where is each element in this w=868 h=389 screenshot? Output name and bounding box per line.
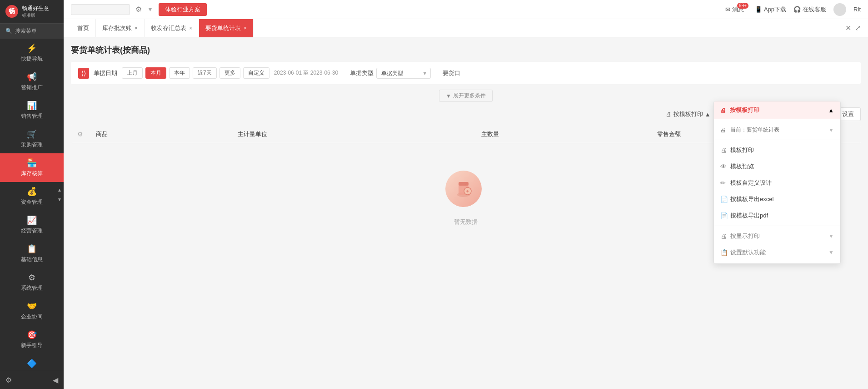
operation-label: 经营管理 [21, 227, 43, 235]
sidebar-item-collab[interactable]: 🤝 企业协同 [0, 297, 64, 325]
tab-batch-account[interactable]: 库存批次账 × [96, 19, 145, 37]
settings-gear-icon[interactable]: ⚙ [5, 376, 12, 384]
tab-batch-account-close[interactable]: × [135, 25, 138, 31]
print-dropdown: 🖨 按模板打印 ▲ 🖨 当前：要货单统计表 ▼ 🖨 模板打印 👁 [713, 101, 841, 264]
page-content: 要货单统计表(按商品) ⟩⟩ 单据日期 上月 本月 本年 近7天 更多 自定义 … [64, 37, 868, 389]
user-avatar[interactable] [833, 3, 846, 16]
sidebar-item-system[interactable]: ⚙ 系统管理 [0, 268, 64, 297]
marketing-icon: 📢 [27, 72, 37, 82]
date-custom-btn[interactable]: 自定义 [243, 67, 269, 79]
tab-expand-button[interactable]: ⤢ [855, 24, 861, 32]
tab-order-summary[interactable]: 要货单统计表 × [199, 19, 254, 37]
tab-batch-account-label: 库存批次账 [102, 24, 132, 32]
date-this-year-btn[interactable]: 本年 [169, 67, 190, 79]
logo-char: 畅 [9, 7, 15, 15]
system-icon: ⚙ [28, 273, 35, 283]
col-unit: 主计量单位 [231, 126, 475, 143]
tabs-actions: ✕ ⤢ [845, 24, 861, 32]
dropdown-item-template-print[interactable]: 🖨 模板打印 [714, 142, 840, 158]
sidebar-toggle-icon[interactable]: ◀ [53, 376, 58, 384]
basic-label: 基础信息 [21, 256, 43, 263]
topbar-search-input[interactable] [71, 4, 130, 15]
dropdown-section-display-print[interactable]: 🖨 按显示打印 ▼ [714, 228, 840, 244]
messages-button[interactable]: ✉ 消息 99+ [725, 5, 744, 14]
sidebar-search[interactable]: 🔍 搜索菜单 [0, 24, 64, 39]
online-service-button[interactable]: 🎧 在线客服 [793, 5, 826, 14]
order-type-label: 要货口 [443, 69, 460, 77]
sidebar-scroll: ▲ ▼ [55, 186, 64, 204]
sidebar-nav: ⚡ 快捷导航 📢 营销推广 📊 销售管理 🛒 采购管理 🏪 库存核算 💰 资金管… [0, 39, 64, 371]
print-dropdown-arrow-icon: ▲ [705, 111, 711, 118]
display-print-arrow-icon: ▼ [828, 233, 834, 239]
tab-close-all-button[interactable]: ✕ [845, 24, 851, 32]
tab-order-summary-label: 要货单统计表 [205, 24, 241, 32]
export-pdf-label: 按模板导出pdf [730, 212, 768, 220]
dropdown-item-export-pdf[interactable]: 📄 按模板导出pdf [714, 207, 840, 224]
tab-order-summary-close[interactable]: × [244, 25, 247, 31]
user-name: Rit [853, 6, 861, 13]
dropdown-collapse-icon[interactable]: ▲ [828, 107, 834, 114]
topbar-dropdown-icon[interactable]: ▼ [147, 6, 153, 13]
date-filter-label: 单据日期 [94, 69, 117, 77]
tab-receipt-summary-label: 收发存汇总表 [151, 24, 186, 32]
empty-state-text: 暂无数据 [454, 218, 478, 226]
quick-nav-label: 快捷导航 [21, 55, 43, 63]
expand-more-row: ▼ 展开更多条件 [71, 90, 861, 102]
sidebar-item-purchase[interactable]: 🛒 采购管理 [0, 125, 64, 153]
app-edition: 标准版 [22, 12, 49, 19]
topbar-left: ⚙ ▼ 体验行业方案 [71, 3, 207, 16]
system-label: 系统管理 [21, 284, 43, 292]
divider-1 [714, 140, 840, 140]
print-template-btn[interactable]: 🖨 按模板打印 ▲ [661, 108, 715, 120]
sidebar-item-newbie[interactable]: 🎯 新手引导 [0, 325, 64, 354]
date-more-btn[interactable]: 更多 [219, 67, 240, 79]
date-filter-group: 上月 本月 本年 近7天 更多 自定义 2023-06-01 至 2023-06… [122, 67, 338, 79]
sidebar-item-apps[interactable]: 🔷 应用中心 [0, 354, 64, 371]
empty-state-icon [445, 171, 486, 212]
headset-icon: 🎧 [793, 6, 801, 13]
sidebar-bottom: ⚙ ◀ [0, 371, 64, 389]
filter-expand-icon-btn[interactable]: ⟩⟩ [78, 68, 89, 79]
app-download-button[interactable]: 📱 App下载 [755, 5, 786, 14]
sidebar-item-basic[interactable]: 📋 基础信息 [0, 239, 64, 268]
inventory-icon: 🏪 [27, 158, 37, 168]
tab-receipt-summary-close[interactable]: × [189, 25, 192, 31]
marketing-label: 营销推广 [21, 84, 43, 91]
type-select[interactable]: 单据类型 [376, 68, 431, 79]
sidebar-item-marketing[interactable]: 📢 营销推广 [0, 67, 64, 96]
scroll-down-icon[interactable]: ▼ [55, 195, 64, 204]
trial-button[interactable]: 体验行业方案 [159, 3, 207, 16]
sidebar-item-inventory[interactable]: 🏪 库存核算 [0, 153, 64, 182]
newbie-label: 新手引导 [21, 342, 43, 349]
template-design-icon: ✏ [720, 179, 726, 187]
basic-icon: 📋 [27, 244, 37, 254]
table-settings-icon[interactable]: ⚙ [77, 131, 83, 138]
purchase-label: 采购管理 [21, 141, 43, 149]
online-service-label: 在线客服 [803, 5, 826, 14]
apps-icon: 🔷 [27, 359, 37, 369]
col-settings: ⚙ [71, 126, 90, 143]
dropdown-item-template-preview[interactable]: 👁 模板预览 [714, 158, 840, 175]
date-current-month-btn[interactable]: 本月 [145, 67, 166, 79]
scroll-up-icon[interactable]: ▲ [55, 186, 64, 194]
sidebar-item-finance[interactable]: 💰 资金管理 [0, 182, 64, 211]
expand-more-conditions-btn[interactable]: ▼ 展开更多条件 [439, 90, 493, 102]
collab-icon: 🤝 [27, 301, 37, 311]
tab-receipt-summary[interactable]: 收发存汇总表 × [145, 19, 199, 37]
dropdown-section-default-func[interactable]: 📋 设置默认功能 ▼ [714, 244, 840, 261]
date-recent7-btn[interactable]: 近7天 [193, 67, 217, 79]
dropdown-title: 按模板打印 [730, 106, 759, 114]
sidebar-item-operation[interactable]: 📈 经营管理 [0, 211, 64, 239]
dropdown-item-export-excel[interactable]: 📄 按模板导出excel [714, 191, 840, 207]
topbar-gear-icon[interactable]: ⚙ [135, 5, 142, 14]
tab-home[interactable]: 首页 [71, 19, 96, 37]
topbar: ⚙ ▼ 体验行业方案 ✉ 消息 99+ 📱 App下载 🎧 在线客服 Rit [64, 0, 868, 19]
template-design-label: 模板自定义设计 [730, 179, 772, 187]
sidebar-item-sales[interactable]: 📊 销售管理 [0, 96, 64, 125]
newbie-icon: 🎯 [27, 330, 37, 340]
sidebar-item-quick-nav[interactable]: ⚡ 快捷导航 [0, 39, 64, 67]
inventory-label: 库存核算 [21, 170, 43, 177]
date-prev-month-btn[interactable]: 上月 [122, 67, 143, 79]
divider-2 [714, 226, 840, 226]
dropdown-item-template-design[interactable]: ✏ 模板自定义设计 [714, 175, 840, 191]
